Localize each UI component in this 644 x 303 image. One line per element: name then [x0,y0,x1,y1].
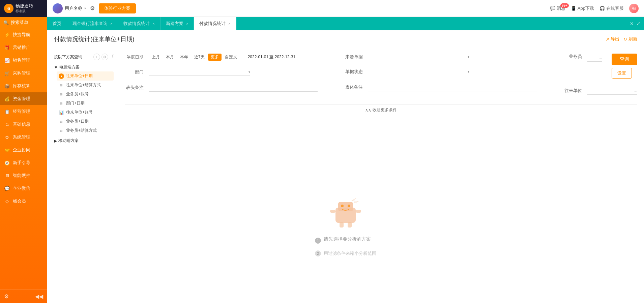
sidebar-item-purchase[interactable]: 🛒 采购管理 [0,67,47,80]
scheme-item-dept-date[interactable]: ⊞ 部门+日期 [57,99,114,108]
export-icon: ↗ [606,37,609,42]
logo-text-area: 畅捷通巧 标准版 [16,3,33,13]
marketing-icon: 🎁 [4,44,10,51]
user-dropdown-icon[interactable]: ▾ [84,6,86,10]
scheme-collapse-btn[interactable]: 《 [110,54,114,60]
refresh-btn[interactable]: ↻ 刷新 [623,36,637,42]
dept-arrow-icon: ▾ [248,70,250,74]
tab-receipt-stats-close[interactable]: × [152,22,154,26]
scheme-add-btn[interactable]: + [93,54,100,60]
trial-btn[interactable]: 体验行业方案 [99,3,136,13]
scheme-settings-btn[interactable]: ⚙ [101,54,108,60]
date-last7-btn[interactable]: 近7天 [192,54,207,61]
sidebar-item-system[interactable]: ⚙ 系统管理 [0,131,47,144]
scheme-item-unit-settle[interactable]: ⊞ 往来单位+结算方式 [57,81,114,90]
tab-receipt-stats[interactable]: 收款情况统计 × [118,17,160,30]
scheme-item-label: 业务员+结算方式 [66,128,97,133]
sidebar-item-basic[interactable]: 🗂 基础信息 [0,118,47,131]
sidebar-item-vip[interactable]: ◇ 畅会员 [0,195,47,208]
scheme-table-icon-3: ⊞ [59,101,64,106]
inventory-icon: 📦 [4,83,10,89]
tabbar-actions: ✕ ⤢ [626,21,644,26]
svg-rect-7 [348,222,352,228]
scheme-item-unit-date[interactable]: ● 往来单位+日期 [57,71,114,81]
date-more-btn[interactable]: 更多 [208,54,222,61]
source-doc-row: 来源单据 ▾ [344,54,556,60]
scheme-table-icon-4: ⊞ [59,119,64,124]
sidebar-item-label: 资金管理 [13,96,30,102]
unit-placeholder: ... [634,88,637,93]
dept-filter-row: 部门 ▾ [125,69,337,75]
sidebar-item-quick-nav[interactable]: ⚡ 快捷导航 [0,28,47,41]
staff-placeholder: ... [598,55,602,60]
tab-bank-flow-label: 现金银行流水查询 [72,21,108,27]
scheme-table-icon-5: ⊞ [59,128,64,133]
username: 用户名称 [65,5,82,11]
sidebar-search[interactable]: 🔍 搜索菜单 [0,17,47,28]
doc-status-select[interactable]: ▾ [368,68,469,75]
scheme-mobile-section: ▶ 移动端方案 [54,137,114,145]
scheme-item-unit-account[interactable]: 📊 往来单位+账号 [57,108,114,117]
svg-rect-1 [338,202,353,211]
dept-select[interactable]: ▾ [149,69,250,75]
topbar-settings-icon[interactable]: ⚙ [90,5,95,11]
footer-settings-icon[interactable]: ⚙ [4,293,9,300]
sidebar-item-marketing[interactable]: 🎁 营销推广 [0,41,47,54]
body-remark-input[interactable] [368,83,537,91]
sidebar-item-inventory[interactable]: 📦 库存核算 [0,80,47,92]
doc-status-label: 单据状态 [344,69,363,75]
svg-rect-5 [356,210,361,213]
messages-btn[interactable]: 💬 消息 99+ [550,5,565,11]
tab-expand-icon[interactable]: ⤢ [637,21,641,26]
tab-new-scheme-close[interactable]: × [186,22,188,26]
user-area: 用户名称 ▾ [53,3,86,13]
svg-point-3 [348,205,350,207]
export-label: 导出 [611,36,619,42]
query-btn[interactable]: 查询 [612,54,637,65]
date-this-year-btn[interactable]: 本年 [177,54,191,61]
footer-collapse-icon[interactable]: ◀◀ [35,293,43,300]
sidebar-item-hardware[interactable]: 🖥 智能硬件 [0,169,47,182]
scheme-item-staff-settle[interactable]: ⊞ 业务员+结算方式 [57,126,114,135]
scheme-mobile-title[interactable]: ▶ 移动端方案 [54,137,114,145]
collab-icon: 🤝 [4,147,10,153]
sidebar-item-finance[interactable]: 💰 资金管理 [0,92,47,105]
online-service-btn[interactable]: 🎧 在线客服 [599,5,624,11]
topbar-avatar[interactable]: Rit [629,4,639,13]
date-last-month-btn[interactable]: 上月 [149,54,163,61]
scheme-desktop-label: 电脑端方案 [59,64,80,70]
scheme-item-staff-date[interactable]: ⊞ 业务员+日期 [57,117,114,126]
tab-bank-flow-close[interactable]: × [110,22,112,26]
scheme-item-staff-account[interactable]: ⊞ 业务员+账号 [57,90,114,99]
date-custom-btn[interactable]: 自定义 [222,54,240,61]
tab-close-all-icon[interactable]: ✕ [630,21,634,26]
scheme-item-label: 往来单位+结算方式 [66,82,101,88]
source-doc-select[interactable]: ▾ [368,54,469,60]
sidebar-item-operation[interactable]: 📋 经营管理 [0,105,47,118]
sidebar-item-sales[interactable]: 📈 销售管理 [0,54,47,67]
scheme-mobile-arrow: ▶ [54,139,57,143]
sidebar-item-wechat[interactable]: 💬 企业微信 [0,182,47,195]
page-actions: ↗ 导出 ↻ 刷新 [606,36,637,42]
date-this-month-btn[interactable]: 本月 [163,54,177,61]
export-btn[interactable]: ↗ 导出 [606,36,619,42]
sidebar-item-collab[interactable]: 🤝 企业协同 [0,144,47,156]
collapse-conditions-btn[interactable]: ∧∧ 收起更多条件 [365,107,397,113]
sidebar-item-guide[interactable]: 🧭 新手引导 [0,156,47,169]
settings-btn[interactable]: 设置 [612,68,632,79]
scheme-desktop-title[interactable]: ▼ 电脑端方案 [54,63,114,71]
app-download-btn[interactable]: 📱 App下载 [571,5,594,11]
tab-home-label: 首页 [53,21,61,27]
message-badge: 99+ [560,3,569,8]
tab-payment-stats[interactable]: 付款情况统计 × [194,17,236,30]
tab-payment-stats-close[interactable]: × [228,22,230,26]
header-remark-row: 表头备注 [125,84,337,92]
tab-home[interactable]: 首页 [47,17,67,30]
scheme-item-label: 部门+日期 [66,100,85,106]
collapse-label: 收起更多条件 [373,107,397,113]
page-content: 付款情况统计(往来单位+日期) ↗ 导出 ↻ 刷新 按以下方案查询 + [47,30,644,303]
tab-bank-flow[interactable]: 现金银行流水查询 × [67,17,118,30]
tab-new-scheme[interactable]: 新建方案 × [160,17,194,30]
tabbar: 首页 现金银行流水查询 × 收款情况统计 × 新建方案 × 付款情况统计 × ✕… [47,17,644,30]
header-remark-input[interactable] [149,84,318,92]
